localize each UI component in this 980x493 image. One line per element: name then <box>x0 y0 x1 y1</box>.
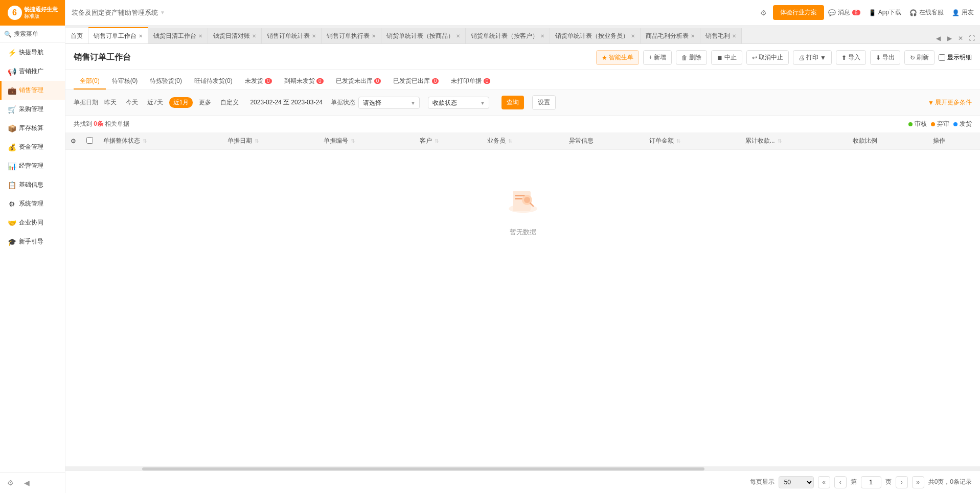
topbar-gear-button[interactable]: ⚙ <box>759 8 769 18</box>
tab-next-button[interactable]: ▶ <box>944 33 954 43</box>
tab-close-icon[interactable]: ✕ <box>732 33 736 39</box>
sidebar-item-search[interactable]: 🔍 搜索菜单 <box>0 26 65 43</box>
subtab-overdue-ship[interactable]: 到期未发货 0 <box>278 74 330 89</box>
sidebar-item-system[interactable]: ⚙ 系统管理 <box>0 194 65 213</box>
sidebar-item-newbie[interactable]: 🎓 新手引导 <box>0 232 65 251</box>
sidebar-item-quicknav[interactable]: ⚡ 快捷导航 <box>0 43 65 62</box>
page-input[interactable] <box>861 476 881 488</box>
show-detail-label[interactable]: 显示明细 <box>939 53 972 62</box>
sidebar-item-purchase[interactable]: 🛒 采购管理 <box>0 100 65 119</box>
subtab-pending-review[interactable]: 待审核(0) <box>106 74 144 89</box>
col-staff[interactable]: 业务员 ⇅ <box>482 132 564 150</box>
cancel-stop-button[interactable]: ↩ 取消中止 <box>746 50 789 65</box>
tab-close-icon[interactable]: ✕ <box>252 33 256 39</box>
stop-button[interactable]: ⏹ 中止 <box>711 50 742 65</box>
page-first-button[interactable]: « <box>818 476 830 488</box>
date-more[interactable]: 更多 <box>196 97 214 108</box>
tab-home[interactable]: 首页 <box>65 28 88 43</box>
horizontal-scrollbar[interactable] <box>65 466 980 470</box>
date-7days[interactable]: 近7天 <box>144 97 166 108</box>
tab-sales-order-workbench[interactable]: 销售订单工作台 ✕ <box>88 27 148 43</box>
col-date[interactable]: 单据日期 ⇅ <box>222 132 318 150</box>
print-button[interactable]: 🖨 打印 ▼ <box>793 50 832 65</box>
ship-action-button[interactable]: 发货 <box>953 120 972 128</box>
col-customer[interactable]: 客户 ⇅ <box>415 132 482 150</box>
tab-sales-staff[interactable]: 销货单统计表（按业务员） ✕ <box>550 28 641 43</box>
delete-button[interactable]: 🗑 删除 <box>676 50 707 65</box>
sidebar-settings-button[interactable]: ⚙ <box>4 477 16 489</box>
tab-close-icon[interactable]: ✕ <box>691 33 695 39</box>
tab-close-icon[interactable]: ✕ <box>631 33 635 39</box>
tab-sales-customer[interactable]: 销货单统计表（按客户） ✕ <box>466 28 550 43</box>
tab-cash-daily[interactable]: 钱货日清工作台 ✕ <box>148 28 208 43</box>
tab-goods-profit[interactable]: 商品毛利分析表 ✕ <box>641 28 700 43</box>
data-table-area: ⚙ 单据整体状态 ⇅ 单据日期 ⇅ <box>65 132 980 466</box>
tab-sales-stat[interactable]: 销售订单统计表 ✕ <box>262 28 322 43</box>
tab-sales-profit[interactable]: 销售毛利 ✕ <box>700 28 742 43</box>
subtab-wangpu-pending[interactable]: 旺铺待发货(0) <box>188 74 239 89</box>
industry-solution-button[interactable]: 体验行业方案 <box>773 5 824 20</box>
date-1month[interactable]: 近1月 <box>169 97 193 108</box>
subtab-shipped-out[interactable]: 已发货已出库 0 <box>387 74 445 89</box>
page-prev-button[interactable]: ‹ <box>834 476 847 488</box>
tab-fullscreen-button[interactable]: ⛶ <box>967 33 977 43</box>
select-all-checkbox[interactable] <box>86 137 93 144</box>
reject-action-button[interactable]: 弃审 <box>931 120 949 128</box>
page-last-button[interactable]: » <box>912 476 924 488</box>
query-button[interactable]: 查询 <box>502 96 524 109</box>
subtab-shipped-not-out[interactable]: 已发货未出库 0 <box>330 74 388 89</box>
export-button[interactable]: ⬇ 导出 <box>870 50 900 65</box>
sidebar-collapse-button[interactable]: ◀ <box>20 477 33 489</box>
sidebar-item-marketing[interactable]: 📢 营销推广 <box>0 62 65 81</box>
subtab-not-shipped[interactable]: 未发货 0 <box>239 74 278 89</box>
subtab-all[interactable]: 全部(0) <box>74 74 106 89</box>
tab-close-icon[interactable]: ✕ <box>456 33 460 39</box>
tab-sales-exec[interactable]: 销售订单执行表 ✕ <box>322 28 381 43</box>
marketing-icon: 📢 <box>8 68 16 76</box>
date-today[interactable]: 今天 <box>123 97 141 108</box>
tab-close-icon[interactable]: ✕ <box>312 33 316 39</box>
sidebar-item-basic[interactable]: 📋 基础信息 <box>0 175 65 194</box>
scrollbar-thumb[interactable] <box>142 467 704 470</box>
subtab-pending-inspect[interactable]: 待拣验货(0) <box>144 74 188 89</box>
col-amount[interactable]: 订单金额 ⇅ <box>644 132 740 150</box>
import-button[interactable]: ⬆ 导入 <box>836 50 866 65</box>
col-received[interactable]: 累计收款... ⇅ <box>740 132 848 150</box>
col-number[interactable]: 单据编号 ⇅ <box>318 132 415 150</box>
col-checkbox[interactable] <box>81 132 98 150</box>
filter-settings-button[interactable]: 设置 <box>532 95 556 110</box>
tab-close-icon[interactable]: ✕ <box>198 33 202 39</box>
message-button[interactable]: 💬 消息 6 <box>828 8 860 17</box>
logo-text: 畅捷通好生意 标准版 <box>24 6 58 19</box>
online-service-button[interactable]: 🎧 在线客服 <box>909 8 944 17</box>
sidebar-item-finance[interactable]: 💰 资金管理 <box>0 138 65 156</box>
sidebar-item-sales[interactable]: 💼 销售管理 <box>0 81 65 100</box>
smart-create-button[interactable]: ★ 智能生单 <box>596 50 639 65</box>
sidebar-item-inventory[interactable]: 📦 库存核算 <box>0 119 65 138</box>
tab-prev-button[interactable]: ◀ <box>933 33 943 43</box>
tab-cash-reconcile[interactable]: 钱货日清对账 ✕ <box>208 28 262 43</box>
expand-filters-button[interactable]: ▼ 展开更多条件 <box>928 98 972 107</box>
tab-close-icon[interactable]: ✕ <box>540 33 544 39</box>
date-custom[interactable]: 自定义 <box>217 97 242 108</box>
refresh-button[interactable]: ↻ 刷新 <box>904 50 935 65</box>
tab-close-all-button[interactable]: ✕ <box>955 33 966 43</box>
payment-select[interactable]: 收款状态 <box>428 97 489 109</box>
status-select[interactable]: 请选择 <box>358 97 420 109</box>
sidebar-item-business[interactable]: 📊 经营管理 <box>0 156 65 175</box>
show-detail-checkbox[interactable] <box>939 54 945 61</box>
add-button[interactable]: + 新增 <box>643 50 672 65</box>
per-page-select[interactable]: 50 100 200 <box>779 476 814 488</box>
page-next-button[interactable]: › <box>896 476 908 488</box>
tab-close-icon[interactable]: ✕ <box>139 33 143 39</box>
sidebar-item-collab[interactable]: 🤝 企业协同 <box>0 213 65 232</box>
date-yesterday[interactable]: 昨天 <box>101 97 120 108</box>
user-menu-button[interactable]: 👤 用友 <box>952 8 974 17</box>
empty-state: 暂无数据 <box>65 150 980 267</box>
tab-sales-goods[interactable]: 销货单统计表（按商品） ✕ <box>381 28 466 43</box>
subtab-not-printed[interactable]: 未打印单据 0 <box>445 74 496 89</box>
app-download-button[interactable]: 📱 App下载 <box>869 8 901 17</box>
tab-close-icon[interactable]: ✕ <box>372 33 376 39</box>
approve-action-button[interactable]: 审核 <box>908 120 927 128</box>
col-settings[interactable]: ⚙ <box>65 132 81 150</box>
